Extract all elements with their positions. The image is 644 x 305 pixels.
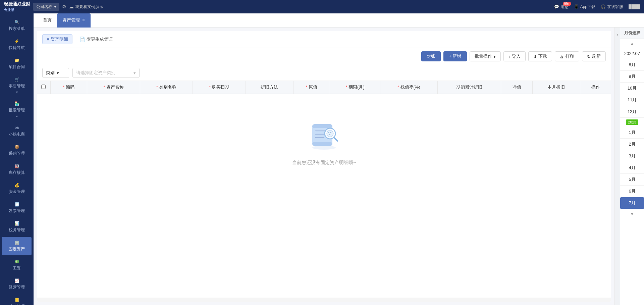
add-button[interactable]: + 新增 bbox=[443, 51, 467, 61]
import-button[interactable]: ↓ 导入 bbox=[503, 51, 526, 61]
doc-icon: 📄 bbox=[79, 37, 85, 42]
subtab-voucher[interactable]: 📄 变更生成凭证 bbox=[75, 34, 117, 44]
sidebar-item-invoice[interactable]: 🧾 发票管理 bbox=[2, 199, 32, 217]
demo-link[interactable]: ☁ 我要看实例演示 bbox=[69, 4, 103, 10]
select-all-checkbox[interactable] bbox=[37, 81, 50, 94]
message-button[interactable]: 💬 消息 99+ bbox=[554, 4, 569, 10]
empty-svg bbox=[304, 114, 344, 154]
chevron-down-icon: ▾ bbox=[57, 70, 59, 75]
main-layout: 🔍 搜索菜单 ⚡ 快捷导航 📁 项目合同 🛒 零售管理 ▾ 🏪 批发管理 ▾ 🛍… bbox=[0, 13, 644, 305]
category-type-select[interactable]: 类别 ▾ bbox=[42, 68, 69, 78]
sidebar-item-project[interactable]: 📁 项目合同 bbox=[2, 55, 32, 73]
operations-icon: 📈 bbox=[14, 278, 19, 283]
month-item-12[interactable]: 12月 bbox=[620, 106, 644, 118]
month-item-11[interactable]: 11月 bbox=[620, 94, 644, 106]
invoice-icon: 🧾 bbox=[14, 202, 19, 207]
tab-home[interactable]: 首页 bbox=[38, 13, 57, 28]
sidebar-item-finance[interactable]: 💰 资金管理 bbox=[2, 180, 32, 198]
sidebar-item-ledger[interactable]: 📒 总账管理 bbox=[2, 294, 32, 305]
month-item-1[interactable]: 1月 bbox=[620, 127, 644, 139]
month-item-2[interactable]: 2月 bbox=[620, 139, 644, 150]
sidebar-item-search[interactable]: 🔍 搜索菜单 bbox=[2, 16, 32, 35]
month-item-4[interactable]: 4月 bbox=[620, 162, 644, 174]
months-list: ▲ 2022.07 8月 9月 10月 bbox=[620, 39, 644, 305]
close-tab-icon[interactable]: ✕ bbox=[82, 18, 85, 22]
month-item-10[interactable]: 10月 bbox=[620, 83, 644, 94]
category-input[interactable]: 请选择固定资产类别 ▾ bbox=[72, 68, 140, 78]
print-button[interactable]: 🖨 打印 bbox=[555, 51, 579, 61]
checkbox-input[interactable] bbox=[41, 85, 46, 89]
project-icon: 📁 bbox=[14, 58, 19, 63]
sidebar-item-quicknav[interactable]: ⚡ 快捷导航 bbox=[2, 36, 32, 54]
main-content-panel: ≡ 资产明细 📄 变更生成凭证 对账 + 新增 bbox=[37, 31, 611, 302]
col-category: 类别名称 bbox=[140, 81, 193, 94]
tab-assets[interactable]: 资产管理 ✕ bbox=[57, 13, 91, 28]
col-original-value: 原值 bbox=[293, 81, 330, 94]
refresh-button[interactable]: ↻ 刷新 bbox=[582, 51, 606, 61]
month-panel-wrapper: › 月份选择 ▲ 2022.07 8月 bbox=[614, 28, 644, 305]
chevron-down-icon: ▾ bbox=[54, 5, 56, 9]
sidebar-item-retail[interactable]: 🛒 零售管理 ▾ bbox=[2, 74, 32, 97]
month-item-7[interactable]: 7月 bbox=[620, 197, 644, 209]
salary-icon: 💵 bbox=[14, 259, 19, 264]
panel-collapse-button[interactable]: › bbox=[614, 28, 620, 305]
toolbar: 对账 + 新增 批量操作 ▾ ↓ 导入 bbox=[37, 48, 611, 65]
empty-illustration bbox=[304, 114, 344, 154]
company-selector[interactable]: 公司名称 ▾ bbox=[33, 3, 59, 11]
settings-icon[interactable]: ⚙ bbox=[62, 4, 66, 9]
svg-point-8 bbox=[327, 130, 333, 137]
col-purchase-date: 购买日期 bbox=[193, 81, 246, 94]
dropdown-arrow-icon: ▾ bbox=[133, 70, 136, 75]
sidebar-item-operations[interactable]: 📈 经营管理 bbox=[2, 275, 32, 294]
month-item-6[interactable]: 6月 bbox=[620, 186, 644, 197]
col-code: 编码 bbox=[50, 81, 87, 94]
sidebar-item-wholesale[interactable]: 🏪 批发管理 ▾ bbox=[2, 98, 32, 121]
svg-point-0 bbox=[312, 146, 336, 150]
assets-table: 编码 资产名称 类别名称 购买日期 折旧方法 原值 期限(月) 残值率(%) 期… bbox=[37, 81, 611, 298]
inventory-icon: 🏭 bbox=[14, 164, 19, 168]
month-item-8[interactable]: 8月 bbox=[620, 59, 644, 71]
svg-rect-3 bbox=[312, 142, 332, 146]
message-icon: 💬 bbox=[554, 4, 559, 9]
chevron-right-icon2: ▾ bbox=[16, 114, 18, 118]
month-item-5[interactable]: 5月 bbox=[620, 174, 644, 186]
batch-button[interactable]: 批量操作 ▾ bbox=[470, 51, 501, 61]
sidebar-item-inventory[interactable]: 🏭 库存核算 bbox=[2, 160, 32, 179]
sidebar-item-purchase[interactable]: 📦 采购管理 bbox=[2, 141, 32, 160]
content-area: 首页 资产管理 ✕ ≡ 资产明细 📄 变更生成凭证 bbox=[34, 13, 644, 305]
month-nav-up-button[interactable]: ▲ bbox=[629, 40, 636, 47]
month-nav-down-button[interactable]: ▼ bbox=[629, 210, 636, 217]
subtab-detail[interactable]: ≡ 资产明细 bbox=[42, 34, 72, 44]
user-menu[interactable]: ████ bbox=[629, 4, 640, 9]
online-service-button[interactable]: 🎧 在线客服 bbox=[601, 4, 623, 10]
page-content: ≡ 资产明细 📄 变更生成凭证 对账 + 新增 bbox=[34, 28, 644, 305]
sidebar-item-tax[interactable]: 📊 税务管理 bbox=[2, 218, 32, 236]
horizontal-scrollbar[interactable] bbox=[37, 298, 611, 302]
col-period: 期限(月) bbox=[330, 81, 380, 94]
sidebar-item-fixed[interactable]: 🏢 固定资产 bbox=[2, 237, 32, 255]
message-badge: 99+ bbox=[563, 2, 571, 6]
download-button[interactable]: ⬇ 下载 bbox=[528, 51, 552, 61]
month-item-3[interactable]: 3月 bbox=[620, 150, 644, 162]
mobile-icon: 📱 bbox=[574, 4, 579, 9]
col-operation: 操作 bbox=[580, 81, 611, 94]
month-panel: 月份选择 ▲ 2022.07 8月 bbox=[620, 28, 644, 305]
svg-line-9 bbox=[334, 137, 337, 141]
app-download-button[interactable]: 📱 App下载 bbox=[574, 4, 595, 10]
retail-icon: 🛒 bbox=[14, 77, 19, 82]
search-icon: 🔍 bbox=[14, 20, 19, 24]
table-header-row: 编码 资产名称 类别名称 购买日期 折旧方法 原值 期限(月) 残值率(%) 期… bbox=[37, 81, 611, 94]
purchase-icon: 📦 bbox=[14, 145, 19, 149]
sidebar-item-ecommerce[interactable]: 🛍 小畅电商 bbox=[2, 122, 32, 141]
tab-bar: 首页 资产管理 ✕ bbox=[34, 13, 644, 28]
assets-table-element: 编码 资产名称 类别名称 购买日期 折旧方法 原值 期限(月) 残值率(%) 期… bbox=[37, 81, 611, 94]
sidebar-item-salary[interactable]: 💵 工资 bbox=[2, 256, 32, 274]
year-badge-row: 2023 bbox=[620, 118, 644, 127]
app-logo: 畅捷通好业财 专业版 bbox=[4, 1, 30, 12]
ecommerce-icon: 🛍 bbox=[15, 125, 19, 130]
svg-rect-2 bbox=[312, 124, 332, 128]
month-item-9[interactable]: 9月 bbox=[620, 71, 644, 83]
month-item-current[interactable]: 2022.07 bbox=[620, 48, 644, 59]
print-icon: 🖨 bbox=[560, 54, 564, 59]
reconcile-button[interactable]: 对账 bbox=[421, 51, 441, 61]
